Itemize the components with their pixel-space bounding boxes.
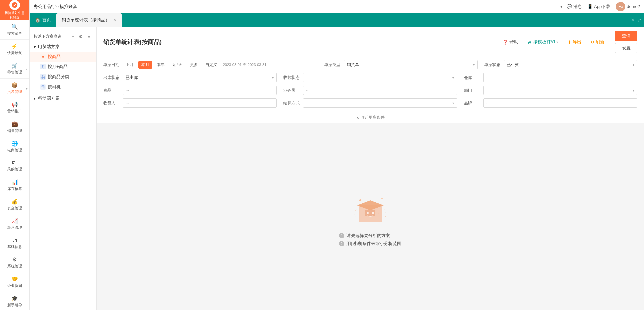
collapse-panel-icon[interactable]: « (86, 33, 92, 40)
warehouse-control[interactable]: ··· (483, 73, 637, 82)
page-header: 销货单统计表(按商品) ❓ 帮助 🖨 按模板打印 ▾ ⬇ 导出 (97, 27, 644, 56)
sidebar-item-sales[interactable]: 💼 销售管理 (0, 117, 30, 137)
settings-button[interactable]: 设置 (615, 43, 637, 53)
add-scheme-icon[interactable]: ＋ (69, 33, 76, 40)
topbar-dropdown[interactable]: ▾ (560, 4, 562, 9)
sidebar-item-purchase[interactable]: 🛍 采购管理 (0, 156, 30, 175)
print-button[interactable]: 🖨 按模板打印 ▾ (525, 38, 561, 46)
sidebar-item-shortcut[interactable]: ⚡ 快捷导航 (0, 40, 30, 59)
storage-status-control[interactable]: 已出库 ▾ (123, 73, 277, 82)
filter-group-date: 单据日期 上月 本月 本年 近7天 更多 自定义 2023-03-01 至 20… (103, 61, 318, 69)
salesperson-control[interactable]: ··· (303, 86, 457, 95)
department-control[interactable]: ▾ (483, 86, 637, 95)
query-button[interactable]: 查询 (615, 31, 637, 41)
tree-item-by-goods-cat[interactable]: 类 按商品分类 (30, 72, 96, 82)
system-icon: ⚙ (12, 256, 17, 263)
retail-icon: 🛒 (11, 62, 18, 69)
filter-group-brand: 品牌 ··· (464, 98, 637, 108)
avatar-initials: Ea (618, 4, 623, 9)
tree-group-pc: ▾ 电脑端方案 ● 按商品 月 按月+商品 类 按商品分类 司 按司机 (30, 42, 96, 92)
tab-close-icon[interactable]: ✕ (113, 18, 116, 22)
filter-group-doc-status: 单据状态 已生效 ▾ (484, 60, 637, 69)
left-panel-header-icons: ＋ ⚙ « (69, 33, 92, 40)
filter-group-storage: 出库状态 已出库 ▾ (103, 73, 277, 82)
help-button[interactable]: ❓ 帮助 (500, 38, 521, 46)
operation-icon: 📈 (11, 218, 18, 224)
payment-control[interactable]: ▾ (303, 98, 457, 108)
department-arrow-icon: ▾ (633, 89, 634, 92)
sidebar-item-ecommerce[interactable]: 🌐 电商管理 (0, 137, 30, 156)
tree-item-by-month-label: 按月+商品 (48, 64, 68, 70)
date-btn-prev-month[interactable]: 上月 (123, 61, 137, 69)
svg-point-5 (378, 213, 379, 214)
left-panel-header-label: 按以下方案查询 (34, 34, 62, 39)
refresh-button[interactable]: ↻ 刷新 (588, 38, 607, 46)
storage-status-arrow-icon: ▾ (272, 76, 274, 80)
app-icon: 📱 (587, 4, 593, 9)
receiver-placeholder: ··· (126, 101, 129, 105)
tree-group-mobile: ▸ 移动端方案 (30, 93, 96, 103)
sidebar-item-retail[interactable]: 🛒 零售管理 ▸ (0, 59, 30, 79)
tree-item-by-driver[interactable]: 司 按司机 (30, 82, 96, 92)
marketing-icon: 📢 (11, 101, 18, 108)
date-btn-custom[interactable]: 自定义 (202, 61, 220, 69)
retail-arrow-icon: ▸ (26, 67, 28, 70)
tab-close-all-icon[interactable]: ✕ (631, 17, 635, 23)
topbar-user[interactable]: Ea demo2 (616, 2, 640, 11)
sidebar-sales-label: 销售管理 (7, 128, 22, 133)
filter-group-warehouse: 仓库 ··· (464, 73, 637, 82)
sales-icon: 💼 (11, 121, 18, 127)
tree-item-by-month-goods[interactable]: 月 按月+商品 (30, 62, 96, 72)
tab-home[interactable]: 🏠 首页 (30, 13, 56, 27)
sidebar-item-system[interactable]: ⚙ 系统管理 (0, 253, 30, 272)
sidebar-item-inventory[interactable]: 📊 库存核算 (0, 175, 30, 195)
doc-status-control[interactable]: 已生效 ▾ (504, 60, 637, 69)
sidebar-item-marketing[interactable]: 📢 营销推广 (0, 98, 30, 117)
finance-icon: 💰 (11, 198, 18, 205)
empty-tip-2: 2 用[过滤]条件来缩小分析范围 (339, 241, 401, 247)
tree-item-by-goods[interactable]: ● 按商品 (30, 52, 96, 62)
tree-group-mobile-header[interactable]: ▸ 移动端方案 (30, 93, 96, 103)
sidebar-item-finance[interactable]: 💰 资金管理 (0, 195, 30, 214)
doc-type-label: 单据类型 (324, 62, 341, 68)
right-panel: 销货单统计表(按商品) ❓ 帮助 🖨 按模板打印 ▾ ⬇ 导出 (97, 27, 644, 310)
tab-expand-icon[interactable]: ⤢ (637, 17, 641, 23)
brand-control[interactable]: ··· (483, 98, 637, 108)
tab-stats-label: 销货单统计表（按商品） (62, 17, 110, 23)
month-goods-scheme-icon: 月 (40, 64, 46, 69)
tabbar-controls: ✕ ⤢ (631, 17, 644, 23)
sidebar-item-corp[interactable]: 🤝 企业协同 (0, 272, 30, 292)
sidebar-basic-label: 基础信息 (7, 244, 22, 249)
svg-point-4 (381, 198, 383, 199)
home-icon: 🏠 (35, 18, 40, 23)
tree-group-pc-header[interactable]: ▾ 电脑端方案 (30, 42, 96, 52)
sidebar-item-guide[interactable]: 🎓 新手引导 (0, 292, 30, 310)
date-btn-cur-year[interactable]: 本年 (154, 61, 168, 69)
export-button[interactable]: ⬇ 导出 (565, 38, 584, 46)
tab-stats[interactable]: 销货单统计表（按商品） ✕ (56, 13, 122, 27)
filter-group-receipt: 收款状态 ▾ (283, 73, 457, 82)
filter-group-goods: 商品 ··· (103, 86, 277, 95)
date-btn-7days[interactable]: 近7天 (169, 61, 185, 69)
sidebar-item-search[interactable]: 🔍 搜索菜单 (0, 20, 30, 40)
empty-state-tips: 1 请先选择要分析的方案 2 用[过滤]条件来缩小分析范围 (339, 232, 401, 247)
date-btn-cur-month[interactable]: 本月 (138, 61, 152, 69)
receiver-control[interactable]: ··· (123, 98, 277, 108)
topbar-msg[interactable]: 💬 消息 (567, 4, 582, 10)
collapse-button[interactable]: ∧ 收起更多条件 (352, 114, 389, 121)
print-icon: 🖨 (528, 40, 532, 45)
receipt-status-control[interactable]: ▾ (303, 73, 457, 82)
sidebar: 畅捷通好生意 标账版 🔍 搜索菜单 ⚡ 快捷导航 🛒 零售管理 ▸ 📦 批发管理… (0, 0, 30, 310)
doc-type-control[interactable]: 销货单 ▾ (344, 60, 477, 69)
topbar-app[interactable]: 📱 App下载 (587, 4, 610, 10)
date-btn-more[interactable]: 更多 (187, 61, 201, 69)
settings-scheme-icon[interactable]: ⚙ (77, 33, 84, 40)
sidebar-corp-label: 企业协同 (7, 283, 22, 288)
export-icon: ⬇ (568, 40, 571, 45)
sidebar-item-operation[interactable]: 📈 经营管理 (0, 214, 30, 234)
sidebar-item-basic[interactable]: 🗂 基础信息 (0, 234, 30, 253)
left-panel: 按以下方案查询 ＋ ⚙ « ▾ 电脑端方案 ● 按商品 月 按月 (30, 27, 97, 310)
purchase-icon: 🛍 (12, 160, 17, 166)
goods-control[interactable]: ··· (123, 86, 277, 95)
sidebar-item-wholesale[interactable]: 📦 批发管理 ▾ (0, 79, 30, 98)
